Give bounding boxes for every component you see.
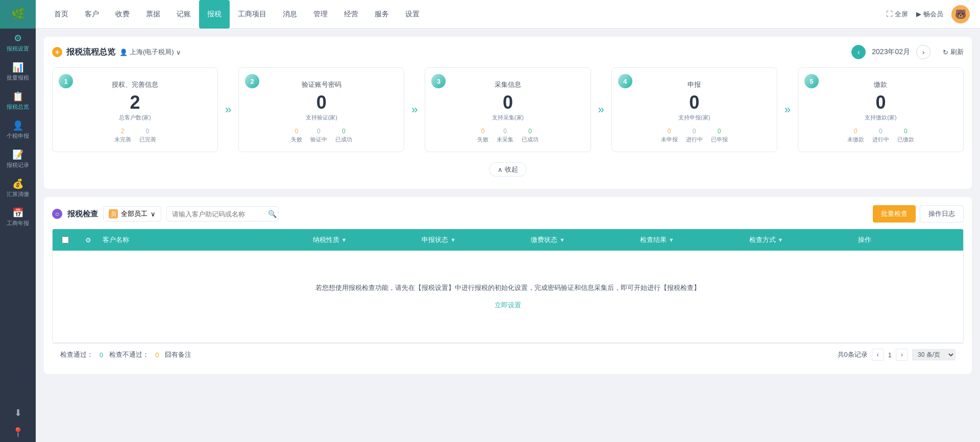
nav-services[interactable]: 服务 [366,0,397,29]
step-stats-1: 2 未完善 0 已完善 [114,128,156,143]
nav-accounting[interactable]: 记账 [168,0,199,29]
main-area: 首页 客户 收费 票据 记账 报税 工商项目 消息 管理 经营 服务 设置 ⛶ … [36,0,980,442]
header-right-buttons: 批量检查 操作日志 [873,205,964,223]
flow-step-2: 2 验证账号密码 0 支持验证(家) 0 失败 0 验证中 [238,67,404,152]
next-month-button[interactable]: › [916,45,930,59]
nav-messages[interactable]: 消息 [275,0,305,29]
stat-4-2: 0 已申报 [711,128,728,143]
sidebar-item-location[interactable]: 📍 [10,423,26,442]
flow-step-3: 3 采集信息 0 支持采集(家) 0 失败 0 未采集 [425,67,591,152]
stat-4-0: 0 未申报 [661,128,678,143]
stat-value[interactable]: 2 [121,128,125,135]
staff-icon: 员 [109,209,118,218]
nav-settings[interactable]: 设置 [397,0,428,29]
flow-overview-card: + 报税流程总览 👤 上海(电子税局) ∨ ‹ 2023年02月 › ↻ 刷新 [44,37,972,189]
step-number-2: 2 [245,74,259,88]
step-title-5: 缴款 [874,80,887,89]
nav-home[interactable]: 首页 [46,0,77,29]
stat-value[interactable]: 0 [342,128,346,135]
sidebar-item-settlement[interactable]: 💰 汇算清缴 [0,174,36,203]
prev-month-button[interactable]: ‹ [851,45,866,59]
fail-count[interactable]: 0 [155,351,159,359]
vip-button[interactable]: ▶ 畅会员 [916,10,943,19]
note-label: 囧有备注 [165,350,191,359]
stat-value[interactable]: 0 [481,128,485,135]
nav-tax[interactable]: 报税 [199,0,230,29]
stat-4-1: 0 进行中 [686,128,703,143]
table-footer: 检查通过： 0 检查不通过： 0 囧有备注 共0条记录 ‹ 1 › 30 条/页… [52,343,964,366]
stat-value[interactable]: 0 [668,128,671,135]
download-icon: ⬇ [14,408,22,418]
user-avatar[interactable]: 🐻 [951,5,970,23]
step-count-5: 0 [875,93,886,112]
nav-clients[interactable]: 客户 [77,0,107,29]
collapse-label: 收起 [505,165,518,174]
collapse-button[interactable]: ∧ 收起 [489,162,527,177]
stat-value[interactable]: 0 [904,128,908,135]
pass-count[interactable]: 0 [100,351,103,359]
nav-commerce[interactable]: 工商项目 [230,0,275,29]
filter-icon-check-method[interactable]: ▼ [778,237,783,243]
setup-link[interactable]: 立即设置 [495,301,521,310]
step-title-4: 申报 [688,80,701,89]
arrow-4-5: » [777,67,798,152]
tax-check-section: ○ 报税检查 员 全部员工 ∨ 🔍 批量检查 操作日志 [44,197,972,374]
stat-5-1: 0 进行中 [872,128,889,143]
refresh-button[interactable]: ↻ 刷新 [943,47,964,57]
stat-5-0: 0 未缴款 [847,128,864,143]
nav-operations[interactable]: 经营 [336,0,366,29]
vip-label: 畅会员 [923,10,943,19]
sidebar-item-tax-settings[interactable]: ⚙ 报税设置 [0,29,36,58]
stat-value[interactable]: 0 [528,128,532,135]
filter-icon-report-status[interactable]: ▼ [450,237,456,243]
sidebar-item-download[interactable]: ⬇ [10,403,26,423]
select-all-checkbox[interactable] [62,236,69,243]
th-check-result: 检查结果 ▼ [636,229,745,251]
sidebar-item-tax-overview[interactable]: 📋 报税总览 [0,87,36,116]
per-page-selector[interactable]: 30 条/页 50 条/页 100 条/页 [912,349,955,360]
filter-icon-payment-status[interactable]: ▼ [559,237,565,243]
fullscreen-button[interactable]: ⛶ 全屏 [886,10,908,19]
sidebar-item-label: 批量报税 [7,74,29,82]
tax-settings-icon: ⚙ [14,34,22,43]
stat-2-1: 0 验证中 [310,128,327,143]
batch-check-button[interactable]: 批量检查 [873,205,916,223]
filter-icon-check-result[interactable]: ▼ [669,237,674,243]
fullscreen-icon: ⛶ [886,10,893,18]
stat-value: 0 [503,128,507,135]
collapse-icon: ∧ [498,166,503,174]
check-title: 报税检查 [67,209,98,219]
location-chevron-icon: ∨ [176,48,181,56]
stat-2-0: 0 失败 [291,128,302,143]
arrow-1-2: » [218,67,238,152]
staff-selector[interactable]: 员 全部员工 ∨ [103,206,161,222]
location-selector[interactable]: 👤 上海(电子税局) ∨ [119,47,181,57]
stat-label: 未采集 [497,136,513,143]
filter-icon-tax-nature[interactable]: ▼ [341,237,347,243]
sidebar-item-annual-report[interactable]: 📅 工商年报 [0,203,36,232]
total-records: 共0条记录 [838,350,868,359]
stat-value[interactable]: 0 [854,128,857,135]
sidebar-item-personal-report[interactable]: 👤 个税申报 [0,116,36,145]
settings-icon[interactable]: ⚙ [85,236,91,244]
stat-value[interactable]: 0 [295,128,298,135]
next-page-button[interactable]: › [896,349,908,361]
search-button[interactable]: 🔍 [263,207,279,221]
nav-fees[interactable]: 收费 [107,0,138,29]
stat-value[interactable]: 0 [718,128,721,135]
operation-log-button[interactable]: 操作日志 [920,205,964,223]
sidebar-item-batch-tax[interactable]: 📊 批量报税 [0,58,36,87]
sidebar: 🌿 ⚙ 报税设置 📊 批量报税 📋 报税总览 👤 个税申报 📝 报税记录 💰 汇… [0,0,36,442]
nav-management[interactable]: 管理 [305,0,336,29]
flow-step-5: 5 缴款 0 支持缴款(家) 0 未缴款 0 进行中 [798,67,964,152]
sidebar-item-tax-records[interactable]: 📝 报税记录 [0,145,36,174]
sidebar-item-label: 报税记录 [7,161,29,169]
table-header: ⚙ 客户名称 纳税性质 ▼ 申报状态 ▼ 缴费状态 ▼ [53,229,963,251]
stat-label: 已缴款 [897,136,914,143]
stat-3-0: 0 失败 [477,128,488,143]
client-search-input[interactable] [167,207,263,221]
nav-invoices[interactable]: 票据 [138,0,168,29]
prev-page-button[interactable]: ‹ [872,349,884,361]
stat-3-1: 0 未采集 [497,128,513,143]
step-count-2: 0 [316,93,327,112]
